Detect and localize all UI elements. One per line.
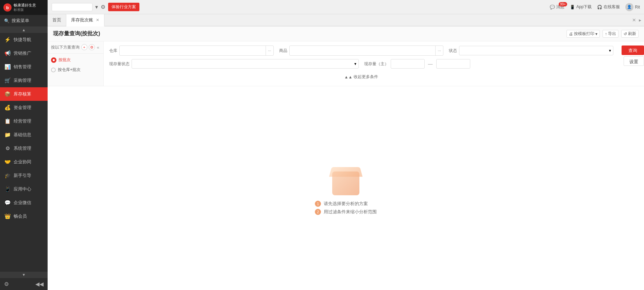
collapse-up-icon: ▲▲ xyxy=(344,75,353,79)
message-btn[interactable]: 💬 消息 99+ xyxy=(550,4,564,10)
refresh-icon: ↺ xyxy=(624,32,627,36)
content-area: 现存量查询(按批次) 🖨 按模板打印 ▾ ↑ 导出 ↺ 刷新 xyxy=(48,26,644,290)
sidebar-item-operations[interactable]: 📋 经营管理 xyxy=(0,114,48,128)
wechat-label: 企业微信 xyxy=(14,200,31,206)
empty-state: 1 请先选择要分析的方案 2 用过滤条件来缩小分析范围 xyxy=(48,86,644,290)
tabbar: 首页 库存批次账 ✕ ✕ ▸ xyxy=(48,14,644,26)
app-download-btn[interactable]: 📱 App下载 xyxy=(570,4,592,10)
filter-fields: 仓库 ··· 商品 ··· xyxy=(104,41,619,86)
scheme-radio-outline xyxy=(51,68,56,72)
scheme-panel-header: 按以下方案查询 + ⚙ « xyxy=(48,41,103,54)
scheme-dot-inner xyxy=(53,59,55,61)
collapse-btn[interactable]: ▲▲ 收起更多条件 xyxy=(109,72,613,82)
sidebar-item-marketing[interactable]: 📢 营销推广 xyxy=(0,47,48,60)
export-btn[interactable]: ↑ 导出 xyxy=(603,30,618,38)
scheme-header-left: 按以下方案查询 xyxy=(51,44,80,50)
empty-illustration xyxy=(325,161,366,195)
box-body xyxy=(332,171,359,195)
product-label: 商品 xyxy=(279,48,287,54)
refresh-btn[interactable]: ↺ 刷新 xyxy=(621,30,639,38)
marketing-icon: 📢 xyxy=(4,50,11,57)
purchase-label: 采购管理 xyxy=(14,77,31,84)
filter-fields-wrapper: 仓库 ··· 商品 ··· xyxy=(104,41,644,86)
stock-status-label: 现存量状态 xyxy=(109,61,130,67)
basic-icon: 📁 xyxy=(4,131,11,138)
filter-stock-main: 现存量（主） — xyxy=(364,59,614,69)
sidebar-item-inventory[interactable]: 📦 库存核算 xyxy=(0,87,48,101)
product-more-btn[interactable]: ··· xyxy=(435,46,443,55)
online-service-label: 在线客服 xyxy=(604,4,620,10)
export-icon: ↑ xyxy=(605,32,607,36)
page-title: 现存量查询(按批次) xyxy=(53,30,100,37)
export-label: 导出 xyxy=(608,31,616,37)
print-btn[interactable]: 🖨 按模板打印 ▾ xyxy=(566,30,600,38)
tab-home-label: 首页 xyxy=(52,17,61,23)
search-menu[interactable]: 🔍 搜索菜单 xyxy=(0,15,48,27)
stock-status-select[interactable]: ▾ xyxy=(132,59,359,69)
warehouse-input-group: ··· xyxy=(119,46,274,56)
page-actions: 🖨 按模板打印 ▾ ↑ 导出 ↺ 刷新 xyxy=(566,30,639,38)
empty-hints: 1 请先选择要分析的方案 2 用过滤条件来缩小分析范围 xyxy=(315,201,377,215)
settings-btn[interactable]: 设置 xyxy=(624,56,644,66)
user-name: Rit xyxy=(635,5,640,10)
print-label: 按模板打印 xyxy=(574,31,594,37)
tab-inventory-batch[interactable]: 库存批次账 ✕ xyxy=(66,14,104,26)
sidebar-item-quick-nav[interactable]: ⚡ 快捷导航 xyxy=(0,33,48,47)
online-service-btn[interactable]: 🎧 在线客服 xyxy=(597,4,620,10)
print-dropdown-icon[interactable]: ▾ xyxy=(595,32,597,36)
product-input[interactable] xyxy=(290,46,436,55)
sidebar-scroll-up[interactable]: ▲ xyxy=(0,27,48,33)
sales-label: 销售管理 xyxy=(14,64,31,70)
print-icon: 🖨 xyxy=(569,32,573,36)
sidebar-item-purchase[interactable]: 🛒 采购管理 xyxy=(0,74,48,87)
sidebar-item-sales[interactable]: 📊 销售管理 xyxy=(0,60,48,74)
filter-fields-inner: 仓库 ··· 商品 ··· xyxy=(104,41,644,86)
warehouse-input[interactable] xyxy=(120,46,266,55)
chevron-right-icon[interactable]: ▸ xyxy=(639,17,641,23)
experience-btn[interactable]: 体验行业方案 xyxy=(108,3,139,11)
quick-nav-label: 快捷导航 xyxy=(14,37,31,43)
scheme-add-btn[interactable]: + xyxy=(81,44,87,50)
status-select[interactable]: ▾ xyxy=(459,46,613,55)
scheme-header-label: 按以下方案查询 xyxy=(51,44,80,50)
stock-status-dropdown-icon: ▾ xyxy=(354,61,356,66)
sidebar-item-wechat[interactable]: 💬 企业微信 xyxy=(0,196,48,210)
app-logo: b xyxy=(3,3,12,12)
sidebar-footer: ⚙ ◀◀ xyxy=(0,278,48,290)
tab-close-area: ✕ ▸ xyxy=(627,17,644,23)
sidebar-scroll-down[interactable]: ▼ xyxy=(0,272,48,278)
user-profile-btn[interactable]: 👤 Rit xyxy=(625,3,640,11)
close-all-icon[interactable]: ✕ xyxy=(629,17,639,23)
scheme-item-by-batch[interactable]: 按批次 xyxy=(48,55,103,65)
sidebar-settings-icon[interactable]: ⚙ xyxy=(4,281,9,287)
scheme-item-by-warehouse-batch[interactable]: 按仓库+批次 xyxy=(48,65,103,75)
sidebar-item-enterprise[interactable]: 🤝 企业协同 xyxy=(0,155,48,169)
topbar-search-input[interactable] xyxy=(52,3,92,11)
newbie-label: 新手引导 xyxy=(14,173,31,179)
stock-main-from[interactable] xyxy=(391,59,425,69)
tab-close-btn[interactable]: ✕ xyxy=(96,18,99,22)
sidebar-item-appstore[interactable]: 📱 应用中心 xyxy=(0,182,48,196)
scheme-collapse-btn[interactable]: « xyxy=(96,44,100,51)
sidebar-item-finance[interactable]: 💰 资金管理 xyxy=(0,101,48,114)
message-badge: 99+ xyxy=(559,2,567,6)
newbie-icon: 🎓 xyxy=(4,172,11,179)
sidebar-item-newbie[interactable]: 🎓 新手引导 xyxy=(0,169,48,182)
warehouse-more-btn[interactable]: ··· xyxy=(266,46,273,55)
sidebar-item-member[interactable]: 👑 畅会员 xyxy=(0,210,48,223)
dropdown-icon[interactable]: ▾ xyxy=(95,4,98,10)
search-menu-label: 搜索菜单 xyxy=(12,18,29,24)
sidebar-item-system[interactable]: ⚙ 系统管理 xyxy=(0,142,48,155)
scheme-panel: 按以下方案查询 + ⚙ « 按批次 xyxy=(48,41,104,86)
sidebar-collapse-icon[interactable]: ◀◀ xyxy=(35,281,44,287)
tab-inventory-batch-label: 库存批次账 xyxy=(71,17,93,23)
stock-main-to[interactable] xyxy=(436,59,470,69)
tab-home[interactable]: 首页 xyxy=(48,14,66,26)
sidebar-item-basic[interactable]: 📁 基础信息 xyxy=(0,128,48,142)
scheme-settings-btn[interactable]: ⚙ xyxy=(89,44,95,50)
query-btn[interactable]: 查询 xyxy=(622,46,644,55)
status-label: 状态 xyxy=(449,48,457,54)
scheme-by-batch-label: 按批次 xyxy=(58,57,71,63)
scheme-list: 按批次 按仓库+批次 xyxy=(48,54,103,76)
gear-icon[interactable]: ⚙ xyxy=(101,4,105,10)
